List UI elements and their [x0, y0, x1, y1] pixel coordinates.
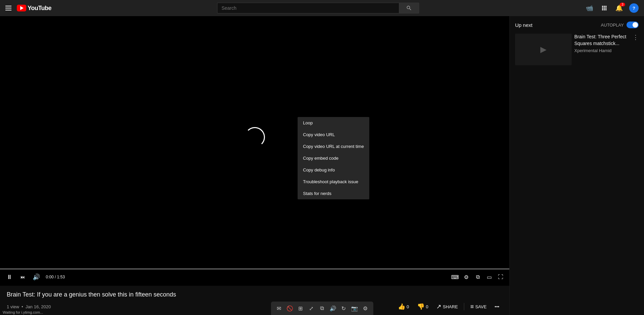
autoplay-toggle[interactable]	[626, 22, 639, 28]
dislike-icon: 👎	[417, 303, 425, 310]
context-menu-debug[interactable]: Copy debug info	[298, 164, 369, 176]
context-menu-copy-url[interactable]: Copy video URL	[298, 129, 369, 141]
video-controls: ⏸ ⏭ 🔊 0:00 / 1:53 ⌨ ⚙ ⧉ ▭ ⛶	[0, 268, 509, 286]
controls-right: ⌨ ⚙ ⧉ ▭ ⛶	[450, 272, 505, 282]
search-icon	[406, 5, 412, 11]
video-meta-row: 1 view • Jan 16, 2020 👍 0 👎 0 ↗	[7, 301, 503, 312]
video-actions: 👍 0 👎 0 ↗ SHARE ≡ SAVE	[395, 301, 503, 312]
loading-spinner	[245, 127, 265, 147]
context-menu-embed[interactable]: Copy embed code	[298, 152, 369, 164]
dislike-button[interactable]: 👎 0	[414, 301, 432, 312]
fullscreen-button[interactable]: ⛶	[496, 272, 505, 282]
main-container: Loop Copy video URL Copy video URL at cu…	[0, 16, 644, 315]
save-button[interactable]: ≡ SAVE	[467, 301, 490, 312]
video-views: 1 view • Jan 16, 2020	[7, 304, 51, 309]
bt-camera-icon[interactable]: 📷	[350, 304, 359, 313]
search-button[interactable]	[399, 3, 419, 13]
context-menu: Loop Copy video URL Copy video URL at cu…	[298, 117, 369, 199]
up-next-info: Brain Test: Three Perfect Squares matchs…	[574, 34, 630, 65]
status-bar: Waiting for i.ytimg.com...	[0, 310, 46, 315]
bt-block-icon[interactable]: 🚫	[285, 304, 295, 313]
up-next-channel: Xperimental Hamid	[574, 48, 630, 53]
nav-left: YouTube	[5, 5, 52, 12]
keyboard-shortcut-button[interactable]: ⌨	[450, 272, 460, 282]
up-next-card[interactable]: ▶ Brain Test: Three Perfect Squares matc…	[510, 31, 644, 68]
top-nav: YouTube 📹 🔔 3 ?	[0, 0, 644, 16]
notifications-badge: 3	[620, 3, 625, 6]
autoplay-row: AUTOPLAY	[601, 22, 639, 28]
hamburger-icon[interactable]	[5, 6, 11, 10]
video-title: Brain Test: If you are a genius then sol…	[7, 291, 503, 298]
up-next-header: Up next AUTOPLAY	[510, 16, 644, 31]
apps-icon[interactable]	[600, 3, 609, 13]
video-section: Loop Copy video URL Copy video URL at cu…	[0, 16, 509, 315]
sidebar: Up next AUTOPLAY ▶ Brain Test: Three Per…	[509, 16, 644, 315]
share-button[interactable]: ↗ SHARE	[433, 301, 461, 312]
bt-speaker-icon[interactable]: 🔊	[328, 304, 338, 313]
yt-logo-icon	[17, 5, 26, 11]
notifications-icon[interactable]: 🔔 3	[614, 3, 624, 13]
up-next-thumbnail: ▶	[515, 34, 572, 65]
bt-email-icon[interactable]: ✉	[274, 304, 284, 313]
progress-bar[interactable]	[0, 268, 509, 270]
bt-expand-icon[interactable]: ⤢	[307, 304, 316, 313]
more-button[interactable]: •••	[491, 302, 503, 311]
up-next-title: Brain Test: Three Perfect Squares matchs…	[574, 34, 630, 47]
video-info: Brain Test: If you are a genius then sol…	[0, 286, 509, 315]
bt-copy-icon[interactable]: ⧉	[317, 304, 327, 313]
time-display: 0:00 / 1:53	[46, 275, 65, 279]
theatre-button[interactable]: ▭	[484, 272, 494, 282]
like-button[interactable]: 👍 0	[395, 301, 412, 312]
nav-right: 📹 🔔 3 ?	[585, 3, 639, 13]
context-menu-copy-url-time[interactable]: Copy video URL at current time	[298, 141, 369, 152]
browser-toolbar: ✉ 🚫 ⊞ ⤢ ⧉ 🔊 ↻ 📷 ⚙	[271, 302, 373, 315]
up-next-more-button[interactable]: ⋮	[633, 34, 639, 41]
nav-center	[52, 3, 585, 13]
share-icon: ↗	[436, 303, 441, 310]
pause-button[interactable]: ⏸	[4, 272, 15, 282]
youtube-logo[interactable]: YouTube	[17, 5, 52, 12]
bt-grid-icon[interactable]: ⊞	[296, 304, 305, 313]
video-player[interactable]: Loop Copy video URL Copy video URL at cu…	[0, 16, 509, 268]
create-icon[interactable]: 📹	[585, 3, 594, 13]
more-icon: •••	[495, 304, 499, 309]
bt-refresh-icon[interactable]: ↻	[339, 304, 348, 313]
divider	[464, 303, 464, 310]
search-input[interactable]	[217, 3, 399, 13]
like-icon: 👍	[398, 303, 405, 310]
volume-button[interactable]: 🔊	[31, 272, 42, 282]
up-next-label: Up next	[515, 22, 533, 28]
save-icon: ≡	[470, 303, 474, 310]
avatar[interactable]: ?	[629, 3, 639, 13]
bt-settings2-icon[interactable]: ⚙	[361, 304, 370, 313]
search-bar	[217, 3, 419, 13]
miniplayer-button[interactable]: ⧉	[473, 272, 482, 282]
context-menu-stats[interactable]: Stats for nerds	[298, 188, 369, 199]
yt-logo-text: YouTube	[28, 5, 52, 12]
next-button[interactable]: ⏭	[18, 272, 28, 282]
context-menu-loop[interactable]: Loop	[298, 117, 369, 129]
context-menu-troubleshoot[interactable]: Troubleshoot playback issue	[298, 176, 369, 188]
settings-button[interactable]: ⚙	[462, 272, 471, 282]
autoplay-label: AUTOPLAY	[601, 23, 624, 28]
